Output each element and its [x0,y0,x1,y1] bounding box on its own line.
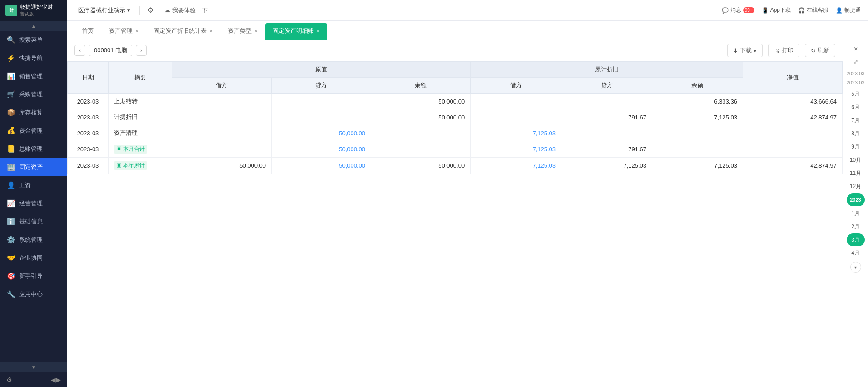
td-orig-debit [172,94,272,109]
customer-service-btn[interactable]: 🎧 在线客服 [798,6,828,14]
timeline-close-btn[interactable]: ✕ [850,44,861,55]
td-orig-balance [371,141,471,158]
th-orig-credit: 贷方 [272,78,371,94]
tab-depreciation-stats[interactable]: 固定资产折旧统计表 × [146,23,219,40]
tab-asset-mgmt[interactable]: 资产管理 × [102,23,145,40]
tab-home[interactable]: 首页 [74,23,101,40]
table-row: 2023-03 资产清理 50,000.00 7,125.03 [68,125,843,141]
sidebar-item-quicknav[interactable]: ⚡ 快捷导航 [0,49,67,67]
company-selector[interactable]: 医疗器械行业演示 ▾ [74,5,134,16]
finance-icon: 💰 [6,127,15,135]
detail-toolbar: ‹ 000001 电脑 › ⬇ 下载 ▾ 🖨 打印 ↻ [67,40,843,61]
sidebar-item-inventory[interactable]: 📦 库存核算 [0,104,67,122]
sidebar-item-payroll[interactable]: 👤 工资 [0,176,67,194]
table-row: 2023-03 ▣ 本年累计 50,000.00 50,000.00 50,00… [68,158,843,174]
th-net-value: 净值 [743,62,842,94]
tab-asset-detail[interactable]: 固定资产明细账 × [265,23,327,40]
timeline-expand-btn[interactable]: ⤢ [850,56,861,67]
td-dep-credit [561,125,652,141]
sidebar-item-finance[interactable]: 💰 资金管理 [0,122,67,140]
timeline-month[interactable]: 8月 [847,127,865,140]
purchase-icon: 🛒 [6,90,15,99]
sidebar-item-basicinfo[interactable]: ℹ️ 基础信息 [0,213,67,231]
sidebar-scroll-down[interactable]: ▼ [0,362,67,372]
sidebar-item-search[interactable]: 🔍 搜索菜单 [0,31,67,49]
user-btn[interactable]: 👤 畅捷通 [836,6,861,14]
asset-code-tag: 000001 电脑 [89,45,132,56]
th-accumulated-depreciation: 累计折旧 [471,62,743,78]
timeline-month[interactable]: 9月 [847,140,865,153]
fixedassets-icon: 🏢 [6,163,15,171]
th-dep-balance: 余额 [652,78,743,94]
collapse-icon[interactable]: ◀▶ [51,376,61,383]
app-download-btn[interactable]: 📱 App下载 [762,6,791,14]
timeline-year-2023[interactable]: 2023 [847,194,865,206]
sidebar-item-fixedassets[interactable]: 🏢 固定资产 [0,158,67,176]
guide-icon: 🎯 [6,272,15,280]
td-dep-debit [471,94,561,109]
timeline-month[interactable]: 11月 [847,167,865,179]
sidebar: 财 畅捷通好业财 普及版 ▲ 🔍 搜索菜单 ⚡ 快捷导航 📊 销售管理 🛒 采购… [0,0,67,387]
td-summary: 上期结转 [109,94,172,109]
appcenter-icon: 🔧 [6,290,15,298]
search-icon: 🔍 [6,36,15,44]
gear-icon[interactable]: ⚙ [145,4,155,16]
td-orig-balance: 50,000.00 [371,158,471,174]
td-dep-balance [652,125,743,141]
timeline-down-arrow[interactable]: ▾ [850,262,861,273]
download-btn[interactable]: ⬇ 下载 ▾ [727,44,763,57]
td-orig-debit: 50,000.00 [172,158,272,174]
message-btn[interactable]: 💬 消息 99+ [722,6,754,14]
timeline-month[interactable]: 12月 [847,180,865,193]
td-summary: ▣ 本月合计 [109,141,172,158]
timeline-month[interactable]: 3月 [847,233,865,246]
timeline-month[interactable]: 4月 [847,247,865,259]
timeline-month[interactable]: 5月 [847,88,865,100]
refresh-label: 刷新 [818,46,829,55]
sidebar-item-collaboration[interactable]: 🤝 企业协同 [0,249,67,267]
company-name: 医疗器械行业演示 [78,6,125,15]
table-row: 2023-03 计提折旧 50,000.00 791.67 7,125.03 4… [68,109,843,125]
sidebar-item-system[interactable]: ⚙️ 系统管理 [0,231,67,249]
td-dep-balance: 7,125.03 [652,109,743,125]
timeline-month[interactable]: 6月 [847,101,865,114]
sidebar-item-appcenter[interactable]: 🔧 应用中心 [0,285,67,303]
experience-btn[interactable]: ☁ 我要体验一下 [161,5,211,16]
th-dep-debit: 借方 [471,78,561,94]
sidebar-item-guide[interactable]: 🎯 新手引导 [0,267,67,285]
timeline-year-label-2: 2023.03 [843,78,868,87]
timeline-month[interactable]: 2月 [847,220,865,233]
td-orig-debit [172,125,272,141]
quicknav-icon: ⚡ [6,54,15,62]
print-btn[interactable]: 🖨 打印 [768,44,799,57]
sidebar-item-ledger[interactable]: 📒 总账管理 [0,140,67,158]
timeline-month[interactable]: 1月 [847,207,865,220]
sidebar-item-label: 采购管理 [19,90,43,99]
tab-close-icon[interactable]: × [209,28,212,34]
settings-icon[interactable]: ⚙ [6,376,12,383]
asset-detail-table: 日期 摘要 原值 累计折旧 净值 借方 贷方 余额 借方 贷方 余额 [67,61,843,174]
sidebar-item-operations[interactable]: 📈 经营管理 [0,194,67,213]
logo-icon: 财 [5,5,17,16]
tab-close-icon[interactable]: × [135,28,138,34]
timeline-month[interactable]: 10月 [847,154,865,166]
summary-badge: ▣ 本月合计 [114,145,147,154]
td-summary: ▣ 本年累计 [109,158,172,174]
sidebar-scroll-up[interactable]: ▲ [0,21,67,31]
dropdown-icon: ▾ [754,47,757,54]
tab-close-icon[interactable]: × [317,28,319,34]
sidebar-item-purchase[interactable]: 🛒 采购管理 [0,85,67,104]
tab-asset-type[interactable]: 资产类型 × [221,23,264,40]
td-net-value: 42,874.97 [743,109,842,125]
user-name: 畅捷通 [844,6,861,14]
inventory-icon: 📦 [6,109,15,117]
sidebar-item-sales[interactable]: 📊 销售管理 [0,67,67,85]
service-icon: 🎧 [798,7,805,14]
timeline-month[interactable]: 7月 [847,114,865,127]
td-orig-credit [272,94,371,109]
nav-prev-btn[interactable]: ‹ [74,45,85,56]
tab-close-icon[interactable]: × [254,28,257,34]
refresh-btn[interactable]: ↻ 刷新 [805,44,835,57]
sidebar-item-label: 库存核算 [19,109,43,117]
nav-next-btn[interactable]: › [136,45,147,56]
